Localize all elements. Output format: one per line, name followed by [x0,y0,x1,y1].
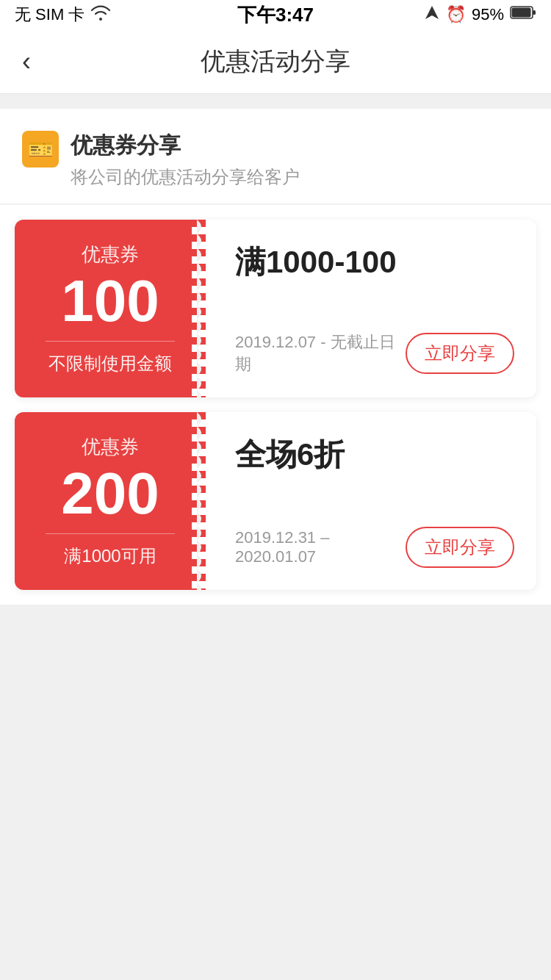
coupon-left-inner: 优惠券 100 不限制使用金额 [29,242,191,375]
coupon-left-inner: 优惠券 200 满1000可用 [29,434,191,568]
coupon-icon: 🎫 [28,137,54,162]
share-button-0[interactable]: 立即分享 [406,333,514,374]
scallop-svg-1 [197,412,215,590]
section-header: 🎫 优惠券分享 将公司的优惠活动分享给客户 [0,109,551,203]
coupon-condition-0: 不限制使用金额 [48,352,172,375]
alarm-icon: ⏰ [446,5,466,24]
section-text: 优惠券分享 将公司的优惠活动分享给客户 [71,131,300,189]
status-left: 无 SIM 卡 [15,4,111,26]
coupon-name-0: 满1000-100 [235,242,514,283]
coupon-bottom-1: 2019.12.31 – 2020.01.07 立即分享 [235,527,514,568]
coupon-amount-0: 100 [61,272,159,331]
coupon-left-1: 优惠券 200 满1000可用 [15,412,206,590]
svg-rect-2 [533,10,536,15]
coupon-card: 优惠券 100 不限制使用金额 满1000-100 2019.12.07 - 无… [15,220,536,397]
coupon-divider-1 [46,533,175,534]
battery-icon [510,5,536,24]
coupon-label-1: 优惠券 [82,434,139,460]
page-title: 优惠活动分享 [201,45,350,79]
coupon-right-1: 全场6折 2019.12.31 – 2020.01.07 立即分享 [206,412,536,590]
back-button[interactable]: ‹ [22,46,31,77]
serrated-mask-0 [197,220,215,397]
status-bar: 无 SIM 卡 下午3:47 ⏰ 95% [0,0,551,29]
section-icon: 🎫 [22,131,59,167]
coupon-divider-0 [46,341,175,342]
coupon-date-1: 2019.12.31 – 2020.01.07 [235,528,406,566]
svg-rect-1 [512,8,531,18]
coupon-left-0: 优惠券 100 不限制使用金额 [15,220,206,397]
location-icon [424,4,440,25]
status-time: 下午3:47 [237,2,314,28]
coupon-card: 优惠券 200 满1000可用 全场6折 2019.12.31 – 2020.0… [15,412,536,590]
coupon-list: 优惠券 100 不限制使用金额 满1000-100 2019.12.07 - 无… [0,205,551,605]
carrier-text: 无 SIM 卡 [15,4,84,26]
coupon-condition-1: 满1000可用 [64,544,156,568]
scallop-svg-0 [197,220,215,397]
wifi-icon [90,4,111,25]
section-title: 优惠券分享 [71,131,300,161]
coupon-date-0: 2019.12.07 - 无截止日期 [235,331,406,375]
coupon-bottom-0: 2019.12.07 - 无截止日期 立即分享 [235,331,514,375]
coupon-right-0: 满1000-100 2019.12.07 - 无截止日期 立即分享 [206,220,536,397]
nav-bar: ‹ 优惠活动分享 [0,29,551,94]
coupon-name-1: 全场6折 [235,434,514,475]
coupon-amount-1: 200 [61,464,159,523]
section-desc: 将公司的优惠活动分享给客户 [71,165,300,189]
status-right: ⏰ 95% [424,4,536,25]
serrated-mask-1 [197,412,215,590]
share-button-1[interactable]: 立即分享 [406,527,514,568]
battery-text: 95% [472,5,504,24]
coupon-label-0: 优惠券 [82,242,139,267]
